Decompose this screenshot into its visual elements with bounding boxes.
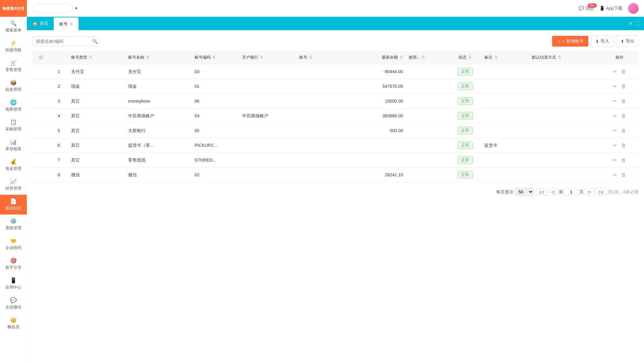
row-no: 7 bbox=[49, 153, 68, 168]
tab-close-icon[interactable]: ✕ bbox=[70, 22, 73, 26]
search-icon: 🔍 bbox=[92, 39, 98, 44]
col-status[interactable]: 状态 ⇅ bbox=[448, 51, 482, 64]
row-account bbox=[297, 138, 354, 153]
status-badge: 正常 bbox=[458, 112, 473, 120]
app-download-button[interactable]: 📱 App下载 bbox=[599, 5, 623, 11]
delete-button[interactable]: 🗑 bbox=[620, 127, 628, 134]
row-name: moneybosx bbox=[125, 94, 192, 109]
prev-page-button[interactable]: ◁ bbox=[548, 188, 557, 196]
table-row: 1 支付宝 支付宝 03 -90444.00 正常 ✏ 🗑 bbox=[32, 64, 639, 79]
col-account[interactable]: 账号 ⇅ bbox=[297, 51, 354, 64]
col-usage[interactable]: 使用... ⇅ bbox=[406, 51, 449, 64]
sidebar-item-app-center[interactable]: 📱 应用中心 bbox=[0, 274, 27, 294]
row-bank bbox=[239, 168, 297, 182]
delete-button[interactable]: 🗑 bbox=[620, 112, 628, 119]
edit-button[interactable]: ✏ bbox=[611, 157, 619, 164]
table-row: 8 微信 微信 02 28241.10 正常 ✏ 🗑 bbox=[32, 168, 639, 182]
delete-button[interactable]: 🗑 bbox=[620, 98, 628, 105]
edit-button[interactable]: ✏ bbox=[611, 83, 619, 90]
header-dropdown[interactable]: ▾ bbox=[75, 6, 77, 11]
sidebar-item-basic-info[interactable]: 📄 基础信息 bbox=[0, 195, 27, 215]
sidebar-item-search-menu[interactable]: 🔍 搜索菜单 bbox=[0, 17, 27, 37]
next-page-button[interactable]: ▷ bbox=[585, 188, 594, 196]
sidebar-item-getting-started[interactable]: 🎯 新手引导 bbox=[0, 254, 27, 274]
sidebar-item-label: 采购管理 bbox=[5, 126, 21, 132]
settings-icon[interactable]: ⚙ bbox=[39, 55, 43, 60]
export-button[interactable]: ⬆ 导出 bbox=[616, 36, 639, 47]
sidebar-item-vip-member[interactable]: 👑 畅会员 bbox=[0, 313, 27, 333]
sidebar-item-ecommerce[interactable]: 🌐 电商管理 bbox=[0, 96, 27, 116]
table-row: 4 其它 中百商场账户 04 中百商场账户 383866.00 正常 ✏ 🗑 bbox=[32, 109, 639, 123]
delete-button[interactable]: 🗑 bbox=[620, 142, 628, 149]
add-account-button[interactable]: ＋ + 新增账号 bbox=[552, 36, 588, 47]
delete-button[interactable]: 🗑 bbox=[620, 83, 628, 90]
row-usage bbox=[406, 138, 449, 153]
row-usage bbox=[406, 64, 449, 79]
logo-text: 畅捷通好生意 bbox=[2, 6, 24, 11]
col-remark[interactable]: 备注 ⇅ bbox=[482, 51, 529, 64]
quick-nav-icon: ⚡ bbox=[10, 40, 17, 46]
sidebar-item-wholesale[interactable]: 📦 批发管理 bbox=[0, 76, 27, 96]
edit-button[interactable]: ✏ bbox=[611, 98, 619, 105]
home-icon: 🏠 bbox=[32, 21, 38, 26]
sidebar-item-finance[interactable]: 💰 资金管理 bbox=[0, 155, 27, 175]
tab-home[interactable]: 🏠 首页 bbox=[27, 17, 54, 30]
delete-button[interactable]: 🗑 bbox=[620, 68, 628, 75]
table-row: 2 现金 现金 01 547670.00 正常 ✏ 🗑 bbox=[32, 79, 639, 94]
edit-button[interactable]: ✏ bbox=[611, 171, 619, 179]
sidebar-item-operations[interactable]: 📈 经营管理 bbox=[0, 175, 27, 195]
row-bank bbox=[239, 64, 297, 79]
sort-icon: ⇅ bbox=[558, 55, 561, 60]
edit-button[interactable]: ✏ bbox=[611, 142, 619, 149]
row-settings bbox=[32, 123, 49, 138]
col-action-label: 操作 bbox=[615, 55, 624, 60]
window-minimize-icon[interactable]: ✕ bbox=[629, 21, 633, 26]
edit-button[interactable]: ✏ bbox=[611, 68, 619, 75]
edit-button[interactable]: ✏ bbox=[611, 112, 619, 120]
search-input[interactable] bbox=[33, 37, 90, 46]
sidebar-item-enterprise-wechat[interactable]: 💬 企业微信 bbox=[0, 294, 27, 313]
page-size-select[interactable]: 50 100 bbox=[515, 188, 534, 196]
row-usage bbox=[406, 109, 449, 123]
sidebar-item-inventory[interactable]: 📊 库存核算 bbox=[0, 135, 27, 155]
row-status: 正常 bbox=[448, 153, 482, 168]
row-no: 3 bbox=[49, 94, 68, 109]
last-page-button[interactable]: ▷| bbox=[596, 188, 606, 196]
col-type[interactable]: 账号类型 ⇅ bbox=[68, 51, 125, 64]
sidebar-item-purchase[interactable]: 📋 采购管理 bbox=[0, 116, 27, 135]
delete-button[interactable]: 🗑 bbox=[620, 157, 628, 164]
app-logo: 畅捷通好生意 bbox=[0, 0, 27, 17]
basic-info-icon: 📄 bbox=[10, 198, 17, 204]
col-default[interactable]: 默认结算方式 ⇅ bbox=[529, 51, 601, 64]
col-balance[interactable]: 最新余额 ⇅ bbox=[354, 51, 406, 64]
export-label: 导出 bbox=[626, 38, 634, 44]
col-name[interactable]: 账号名称 ⇅ bbox=[125, 51, 192, 64]
header-search-input[interactable] bbox=[32, 4, 72, 13]
sidebar-item-retail[interactable]: 🛒 零售管理 bbox=[0, 56, 27, 76]
col-bank[interactable]: 开户银行 ⇅ bbox=[239, 51, 297, 64]
toolbar: 🔍 ＋ + 新增账号 ⬇ 导入 ⬆ 导出 bbox=[32, 36, 639, 47]
col-status-label: 状态 bbox=[459, 55, 467, 60]
sidebar-item-enterprise-agreement[interactable]: 🤝 企业协同 bbox=[0, 234, 27, 254]
row-account bbox=[297, 123, 354, 138]
tab-account[interactable]: 账号 ✕ bbox=[54, 17, 78, 31]
sidebar-item-quick-nav[interactable]: ⚡ 快捷导航 bbox=[0, 37, 27, 56]
message-button[interactable]: 💬 消息 99+ bbox=[579, 5, 594, 11]
first-page-button[interactable]: |◁ bbox=[536, 188, 547, 196]
page-input[interactable] bbox=[565, 188, 578, 196]
sidebar-item-system[interactable]: ⚙️ 系统管理 bbox=[0, 215, 27, 234]
sidebar-item-label: 企业协同 bbox=[5, 245, 21, 251]
table-row: 3 其它 moneybosx 06 10000.00 正常 ✏ 🗑 bbox=[32, 94, 639, 109]
edit-button[interactable]: ✏ bbox=[611, 127, 619, 134]
search-button[interactable]: 🔍 bbox=[90, 37, 99, 46]
import-button[interactable]: ⬇ 导入 bbox=[591, 36, 613, 47]
main-area: ▾ 💬 消息 99+ 📱 App下载 🏠 首页 账号 ✕ bbox=[27, 0, 644, 362]
delete-button[interactable]: 🗑 bbox=[620, 171, 628, 178]
table-row: 7 其它 零售抵现 STORED... 正常 ✏ 🗑 bbox=[32, 153, 639, 168]
row-settings bbox=[32, 153, 49, 168]
row-remark bbox=[482, 79, 529, 94]
window-maximize-icon[interactable]: ⛶ bbox=[635, 21, 640, 26]
search-box: 🔍 bbox=[32, 37, 99, 46]
avatar[interactable] bbox=[628, 3, 639, 14]
col-code[interactable]: 账号编码 ⇅ bbox=[192, 51, 239, 64]
